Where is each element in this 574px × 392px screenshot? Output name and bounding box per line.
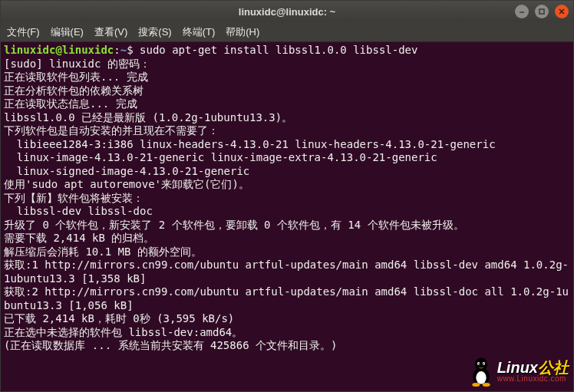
output-line: 已下载 2,414 kB，耗时 0秒 (3,595 kB/s) bbox=[4, 312, 570, 326]
prompt-user: linuxidc@linuxidc bbox=[4, 44, 114, 56]
minimize-button[interactable] bbox=[515, 5, 529, 18]
titlebar[interactable]: linuxidc@linuxidc: ~ bbox=[1, 1, 573, 22]
output-line: libssl-dev libssl-doc bbox=[4, 205, 570, 219]
prompt-sep: : bbox=[114, 44, 120, 56]
output-line: libieee1284-3:i386 linux-headers-4.13.0-… bbox=[4, 138, 570, 152]
output-line: (正在读取数据库 ... 系统当前共安装有 425866 个文件和目录。) bbox=[4, 339, 570, 353]
close-button[interactable] bbox=[555, 5, 569, 18]
prompt-line: linuxidc@linuxidc:~$ sudo apt-get instal… bbox=[4, 44, 570, 58]
prompt-path: ~ bbox=[120, 44, 127, 56]
output-line: libssl1.0.0 已经是最新版 (1.0.2g-1ubuntu13.3)。 bbox=[4, 111, 570, 125]
maximize-button[interactable] bbox=[535, 5, 549, 18]
output-line: 解压缩后会消耗 10.1 MB 的额外空间。 bbox=[4, 245, 570, 259]
output-line: [sudo] linuxidc 的密码： bbox=[4, 58, 570, 71]
output-line: linux-signed-image-4.13.0-21-generic bbox=[4, 165, 570, 179]
output-line: 正在读取状态信息... 完成 bbox=[4, 97, 570, 111]
maximize-icon bbox=[538, 8, 546, 15]
terminal-window: linuxidc@linuxidc: ~ 文件(F) 编辑(E) 查看(V) 搜… bbox=[0, 0, 574, 392]
menu-view[interactable]: 查看(V) bbox=[94, 25, 127, 39]
menu-help[interactable]: 帮助(H) bbox=[226, 25, 259, 39]
output-line: 需要下载 2,414 kB 的归档。 bbox=[4, 232, 570, 245]
prompt-sep2: $ bbox=[127, 44, 140, 56]
svg-rect-1 bbox=[539, 9, 544, 14]
menu-edit[interactable]: 编辑(E) bbox=[51, 25, 84, 39]
output-line: 升级了 0 个软件包，新安装了 2 个软件包，要卸载 0 个软件包，有 14 个… bbox=[4, 219, 570, 232]
close-icon bbox=[558, 8, 566, 15]
menu-terminal[interactable]: 终端(T) bbox=[183, 25, 216, 39]
window-controls bbox=[515, 5, 569, 18]
menu-file[interactable]: 文件(F) bbox=[7, 25, 40, 39]
minimize-icon bbox=[518, 8, 526, 15]
output-line: 获取:2 http://mirrors.cn99.com/ubuntu artf… bbox=[4, 285, 570, 312]
output-line: 下列【新】软件包将被安装： bbox=[4, 192, 570, 206]
output-line: 正在读取软件包列表... 完成 bbox=[4, 71, 570, 84]
output-line: 正在分析软件包的依赖关系树 bbox=[4, 84, 570, 98]
output-line: linux-image-4.13.0-21-generic linux-imag… bbox=[4, 151, 570, 165]
output-line: 正在选中未选择的软件包 libssl-dev:amd64。 bbox=[4, 326, 570, 340]
menubar: 文件(F) 编辑(E) 查看(V) 搜索(S) 终端(T) 帮助(H) bbox=[1, 22, 573, 42]
output-line: 下列软件包是自动安装的并且现在不需要了： bbox=[4, 124, 570, 138]
output-line: 获取:1 http://mirrors.cn99.com/ubuntu artf… bbox=[4, 259, 570, 285]
window-title: linuxidc@linuxidc: ~ bbox=[1, 6, 573, 18]
typed-command: sudo apt-get install libssl1.0.0 libssl-… bbox=[140, 44, 417, 56]
menu-search[interactable]: 搜索(S) bbox=[138, 25, 171, 39]
terminal-output[interactable]: linuxidc@linuxidc:~$ sudo apt-get instal… bbox=[1, 42, 573, 391]
output-line: 使用'sudo apt autoremove'来卸载它(它们)。 bbox=[4, 178, 570, 192]
